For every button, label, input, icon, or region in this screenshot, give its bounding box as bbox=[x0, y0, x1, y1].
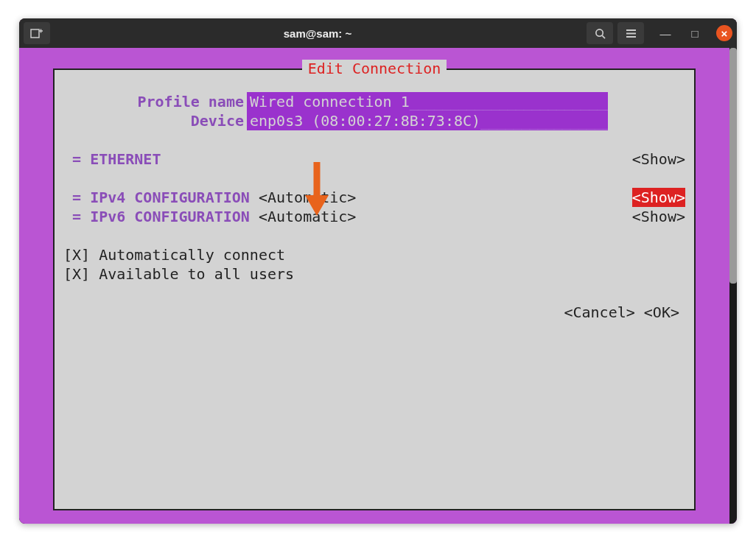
scrollbar-thumb[interactable] bbox=[729, 48, 737, 284]
new-tab-button[interactable] bbox=[24, 22, 50, 44]
ethernet-prefix: = bbox=[63, 150, 90, 169]
ethernet-show-button[interactable]: <Show> bbox=[632, 150, 685, 169]
svg-point-3 bbox=[595, 29, 602, 35]
auto-connect-checkbox[interactable]: [X] Automatically connect bbox=[63, 245, 285, 264]
hamburger-button[interactable] bbox=[617, 22, 644, 44]
ipv4-section: IPv4 CONFIGURATION bbox=[90, 188, 250, 207]
device-label: Device bbox=[63, 111, 244, 130]
terminal-window: sam@sam: ~ — □ × bbox=[19, 18, 737, 524]
device-value: enp0s3 (08:00:27:8B:73:8C) bbox=[250, 112, 480, 130]
cancel-button[interactable]: <Cancel> bbox=[564, 303, 634, 322]
ipv6-mode-value: <Automatic> bbox=[259, 208, 356, 225]
ipv6-show-button[interactable]: <Show> bbox=[632, 207, 685, 226]
minimize-button[interactable]: — bbox=[657, 25, 673, 41]
ipv4-mode-select[interactable]: <Automatic> bbox=[250, 188, 357, 207]
dialog-title: Edit Connection bbox=[302, 60, 447, 77]
scrollbar[interactable] bbox=[729, 48, 737, 524]
device-input[interactable]: enp0s3 (08:00:27:8B:73:8C)______________… bbox=[247, 111, 608, 130]
maximize-icon: □ bbox=[691, 27, 698, 40]
ipv6-prefix: = bbox=[63, 207, 90, 226]
ipv4-show-button[interactable]: <Show> bbox=[632, 188, 685, 207]
search-button[interactable] bbox=[587, 22, 613, 44]
ethernet-section: ETHERNET bbox=[90, 150, 161, 169]
minimize-icon: — bbox=[660, 27, 671, 40]
ipv6-mode-select[interactable]: <Automatic> bbox=[250, 207, 357, 226]
profile-name-input[interactable]: Wired connection 1______________________… bbox=[247, 92, 608, 111]
titlebar: sam@sam: ~ — □ × bbox=[19, 18, 737, 48]
profile-name-label: Profile name bbox=[63, 92, 244, 111]
new-tab-icon bbox=[30, 27, 43, 39]
ipv4-prefix: = bbox=[63, 188, 90, 207]
maximize-button[interactable]: □ bbox=[687, 25, 703, 41]
svg-rect-0 bbox=[31, 29, 39, 38]
terminal-viewport: Edit Connection Profile name Wired conne… bbox=[19, 48, 737, 524]
available-all-users-checkbox[interactable]: [X] Available to all users bbox=[63, 264, 294, 284]
search-icon bbox=[595, 28, 606, 39]
hamburger-icon bbox=[626, 29, 637, 38]
svg-line-4 bbox=[602, 35, 605, 38]
dialog-content: Profile name Wired connection 1_________… bbox=[55, 70, 694, 329]
edit-connection-dialog: Edit Connection Profile name Wired conne… bbox=[53, 68, 696, 510]
ipv4-mode-value: <Automatic> bbox=[259, 189, 356, 206]
close-icon: × bbox=[721, 27, 728, 40]
close-button[interactable]: × bbox=[716, 25, 732, 41]
window-title: sam@sam: ~ bbox=[53, 27, 582, 40]
profile-name-value: Wired connection 1 bbox=[250, 93, 410, 110]
ok-button[interactable]: <OK> bbox=[644, 303, 679, 322]
ipv6-section: IPv6 CONFIGURATION bbox=[90, 207, 250, 226]
